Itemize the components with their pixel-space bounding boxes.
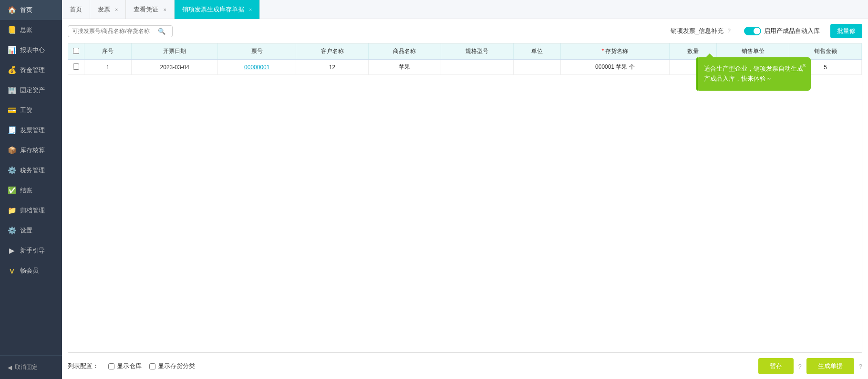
sidebar: 🏠 首页 📒 总账 📊 报表中心 💰 资金管理 🏢 固定资产 💳 工资 🧾 发票… (0, 0, 62, 379)
batch-button[interactable]: 批量修 (830, 24, 862, 38)
footer-config-label: 列表配置： (68, 362, 99, 370)
tab-voucher-label: 查看凭证 (134, 5, 158, 14)
sidebar-item-label: 资金管理 (20, 66, 45, 74)
funds-icon: 💰 (8, 66, 16, 74)
sidebar-item-label: 税务管理 (20, 166, 45, 175)
sidebar-item-funds[interactable]: 💰 资金管理 (0, 60, 62, 80)
reports-icon: 📊 (8, 46, 16, 54)
sidebar-item-inventory[interactable]: 📦 库存核算 (0, 140, 62, 160)
tooltip-left-bar (696, 57, 698, 91)
invoice-no-link[interactable]: 00000001 (244, 64, 269, 71)
select-all-checkbox[interactable] (73, 48, 79, 54)
tab-stock[interactable]: 销项发票生成库存单据 × (175, 0, 260, 19)
save-button[interactable]: 暂存 (758, 358, 794, 374)
tab-invoice[interactable]: 发票 × (90, 0, 126, 19)
sidebar-item-label: 设置 (20, 226, 32, 235)
sidebar-item-home[interactable]: 🏠 首页 (0, 0, 62, 20)
sidebar-item-guide[interactable]: ▶ 新手引导 (0, 241, 62, 261)
col-no: 票号 (218, 43, 296, 60)
footer: 列表配置： 显示仓库 显示存货分类 暂存 ? 生成单据 ? (62, 353, 868, 379)
row-stock-name: 000001 苹果 个 (560, 60, 669, 75)
inventory-icon: 📦 (8, 146, 16, 155)
info-label: 销项发票_信息补充 (671, 27, 723, 35)
show-warehouse-label: 显示仓库 (117, 362, 142, 370)
main-area: 首页 发票 × 查看凭证 × 销项发票生成库存单据 × 🔍 销项发票_信息补充 … (62, 0, 868, 379)
info-help-icon[interactable]: ? (727, 28, 731, 34)
tab-invoice-close[interactable]: × (115, 7, 118, 12)
sidebar-item-label: 归档管理 (20, 206, 45, 215)
toggle-wrap: 启用产成品自动入库 (744, 27, 820, 35)
sidebar-item-member[interactable]: V 畅会员 (0, 261, 62, 281)
pin-label: 取消固定 (15, 363, 38, 371)
ledger-icon: 📒 (8, 26, 16, 34)
pin-button[interactable]: ◀ 取消固定 (0, 359, 62, 375)
sidebar-item-invoice[interactable]: 🧾 发票管理 (0, 120, 62, 140)
col-unit: 单位 (513, 43, 560, 60)
guide-icon: ▶ (8, 246, 16, 255)
tab-voucher-close[interactable]: × (163, 7, 166, 12)
col-stock-name: * 存货名称 (560, 43, 669, 60)
sidebar-item-assets[interactable]: 🏢 固定资产 (0, 80, 62, 100)
footer-buttons: 暂存 ? 生成单据 ? (758, 358, 862, 374)
generate-button[interactable]: 生成单据 (806, 358, 854, 374)
tooltip-popup: × 适合生产型企业，销项发票自动生成产成品入库，快来体验～ (696, 57, 811, 91)
tab-home-label: 首页 (70, 5, 82, 14)
sidebar-item-tax[interactable]: ⚙️ 税务管理 (0, 160, 62, 180)
show-category-wrap: 显示存货分类 (149, 362, 195, 370)
row-product: 苹果 (369, 60, 441, 75)
sidebar-item-label: 结账 (20, 186, 32, 195)
archive-icon: 📁 (8, 206, 16, 215)
search-bar: 🔍 销项发票_信息补充 ? 启用产成品自动入库 批量修 (68, 24, 862, 38)
sidebar-item-label: 新手引导 (20, 246, 45, 255)
home-icon: 🏠 (8, 6, 16, 14)
row-checkbox[interactable] (73, 63, 79, 70)
col-date: 开票日期 (132, 43, 218, 60)
tab-home[interactable]: 首页 (62, 0, 90, 19)
show-category-checkbox[interactable] (149, 363, 155, 369)
sidebar-item-ledger[interactable]: 📒 总账 (0, 20, 62, 40)
show-warehouse-checkbox[interactable] (108, 363, 114, 369)
tab-bar: 首页 发票 × 查看凭证 × 销项发票生成库存单据 × (62, 0, 868, 19)
sidebar-item-label: 发票管理 (20, 126, 45, 135)
sidebar-item-salary[interactable]: 💳 工资 (0, 100, 62, 120)
member-icon: V (8, 267, 16, 275)
search-icon: 🔍 (158, 28, 165, 35)
row-date: 2023-03-04 (132, 60, 218, 75)
col-checkbox (68, 43, 84, 60)
sidebar-item-archive[interactable]: 📁 归档管理 (0, 200, 62, 221)
row-no: 00000001 (218, 60, 296, 75)
tooltip-close-button[interactable]: × (802, 60, 806, 71)
tab-invoice-label: 发票 (98, 5, 110, 14)
sidebar-item-label: 报表中心 (20, 46, 45, 54)
assets-icon: 🏢 (8, 86, 16, 95)
sidebar-item-reports[interactable]: 📊 报表中心 (0, 40, 62, 60)
generate-help-icon[interactable]: ? (859, 363, 862, 370)
invoice-icon: 🧾 (8, 126, 16, 135)
col-product: 商品名称 (369, 43, 441, 60)
show-category-label: 显示存货分类 (158, 362, 195, 370)
sidebar-item-settle[interactable]: ✅ 结账 (0, 180, 62, 200)
row-customer: 12 (296, 60, 369, 75)
tab-voucher[interactable]: 查看凭证 × (126, 0, 174, 19)
show-warehouse-wrap: 显示仓库 (108, 362, 142, 370)
row-seq: 1 (84, 60, 132, 75)
settings-icon: ⚙️ (8, 226, 16, 235)
col-customer: 客户名称 (296, 43, 369, 60)
search-input-wrap[interactable]: 🔍 (68, 25, 173, 37)
settle-icon: ✅ (8, 186, 16, 195)
sidebar-item-label: 总账 (20, 26, 32, 34)
row-spec (441, 60, 513, 75)
auto-stock-toggle[interactable] (744, 27, 761, 35)
toggle-label: 启用产成品自动入库 (764, 27, 820, 35)
sidebar-item-settings[interactable]: ⚙️ 设置 (0, 221, 62, 241)
sidebar-bottom: ◀ 取消固定 (0, 355, 62, 379)
save-help-icon[interactable]: ? (798, 363, 802, 370)
tab-stock-close[interactable]: × (249, 7, 252, 12)
row-checkbox-cell (68, 60, 84, 75)
col-seq: 序号 (84, 43, 132, 60)
info-section: 销项发票_信息补充 ? 启用产成品自动入库 批量修 (671, 24, 862, 38)
pin-icon: ◀ (8, 364, 12, 371)
sidebar-item-label: 工资 (20, 106, 32, 115)
search-input[interactable] (72, 28, 158, 34)
sidebar-item-label: 畅会员 (20, 266, 39, 275)
